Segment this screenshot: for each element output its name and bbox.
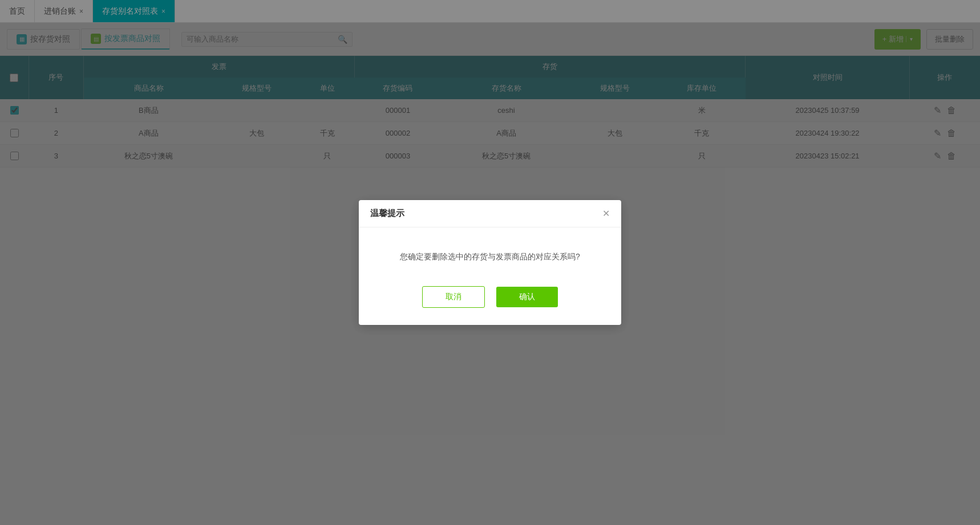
modal-body: 您确定要删除选中的存货与发票商品的对应关系吗?	[359, 227, 621, 280]
modal-close-button[interactable]: ✕	[602, 209, 610, 218]
modal-box: 温馨提示 ✕ 您确定要删除选中的存货与发票商品的对应关系吗? 取消 确认	[359, 200, 621, 324]
modal-message: 您确定要删除选中的存货与发票商品的对应关系吗?	[400, 252, 580, 261]
modal-footer: 取消 确认	[359, 280, 621, 325]
modal-header: 温馨提示 ✕	[359, 200, 621, 227]
modal-cancel-button[interactable]: 取消	[422, 286, 485, 308]
modal-title: 温馨提示	[370, 208, 404, 219]
modal-confirm-button[interactable]: 确认	[496, 287, 558, 307]
modal-overlay: 温馨提示 ✕ 您确定要删除选中的存货与发票商品的对应关系吗? 取消 确认	[0, 0, 980, 525]
